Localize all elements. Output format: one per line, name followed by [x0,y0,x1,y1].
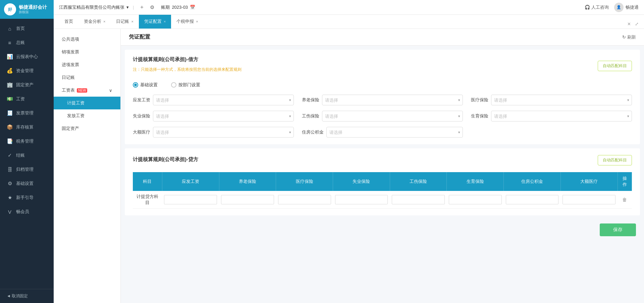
sidebar-item-label: 归档管理 [16,166,34,172]
row-label: 计提贷方科目 [133,191,162,209]
service-button[interactable]: 🎧 人工咨询 [585,4,609,10]
medical-select[interactable]: 请选择 [491,95,632,105]
company-selector[interactable]: 江西服宝精品有限责任公司内账张 ▾ [59,4,129,10]
user-menu[interactable]: 👤 畅捷通 [614,3,639,12]
tab-tax[interactable]: 个税申报 × [171,15,203,29]
housing-select[interactable]: 请选择 [326,127,463,138]
radio-dept[interactable]: 按部门设置 [171,82,200,88]
tab-tax-close[interactable]: × [196,19,198,23]
radio-basic-label: 基础设置 [140,82,158,88]
sidebar-item-label: 畅会员 [16,209,29,215]
radio-basic[interactable]: 基础设置 [133,82,158,88]
company-name: 江西服宝精品有限责任公司内账张 [59,4,124,10]
left-nav-sales[interactable]: 销项发票 [54,46,120,58]
refresh-button[interactable]: ↻ 刷新 [622,34,636,40]
left-nav-purchase[interactable]: 进项发票 [54,58,120,71]
sidebar-item-inventory[interactable]: 📦 库存核算 [0,120,54,134]
maternity-select[interactable]: 请选择 [491,111,632,121]
expand-icon[interactable]: ⤢ [635,21,639,27]
left-nav-fixed-assets[interactable]: 固定资产 [54,122,120,135]
wages-select[interactable]: 请选择 [153,95,294,105]
add-company-button[interactable]: ＋ [138,4,146,11]
member-icon: V [7,209,13,215]
credit-auto-match-button[interactable]: 自动匹配科目 [598,155,632,165]
sidebar-item-guide[interactable]: ★ 新手引导 [0,191,54,205]
pension-label: 养老保险 [302,97,319,103]
delete-row-button[interactable]: 🗑 [622,197,627,202]
tab-journal-label: 日记账 [116,18,129,24]
cell-wages-input[interactable] [164,195,217,204]
guide-icon: ★ [7,195,13,201]
sidebar: 好 畅捷通好会计 旗舰版 ⌂ 首页 ≡ 总账 📊 云报表中心 💰 资金管理 🏢 … [0,0,54,303]
tab-journal-close[interactable]: × [131,19,133,23]
injury-select[interactable]: 请选择 [322,111,463,121]
table-header-row: 科目 应发工资 养老保险 医疗保险 失业保险 工伤保险 生育保险 住房公积金 大… [133,172,632,191]
sidebar-item-tax[interactable]: 📑 税务管理 [0,134,54,148]
logo-text: 畅捷通好会计 [19,4,47,10]
unemployment-select[interactable]: 请选择 [153,111,294,121]
sidebar-item-label: 云报表中心 [16,54,38,60]
invoice-icon: 🧾 [7,110,13,116]
cell-injury-input[interactable] [392,195,445,204]
cancel-pin-button[interactable]: ◄ 取消固定 [0,289,54,303]
sidebar-item-label: 首页 [16,26,25,32]
tab-voucher[interactable]: 凭证配置 × [139,15,171,29]
sidebar-item-settings[interactable]: ⚙ 基础设置 [0,176,54,191]
cell-housing [504,191,561,209]
tab-home-label: 首页 [64,18,73,24]
left-nav-journal[interactable]: 日记账 [54,71,120,84]
logo-subtext: 旗舰版 [19,10,47,14]
left-nav-payroll[interactable]: 计提工资 [54,97,120,109]
col-pension: 养老保险 [219,172,276,191]
sidebar-item-invoice[interactable]: 🧾 发票管理 [0,106,54,120]
sidebar-item-home[interactable]: ⌂ 首页 [0,21,54,36]
sidebar-item-closing[interactable]: ✓ 结账 [0,148,54,162]
sidebar-item-funds[interactable]: 💰 资金管理 [0,64,54,78]
tab-funds[interactable]: 资金分析 × [78,15,111,29]
debit-section-header: 计提核算规则(公司承担)-借方 注：只能选择一种方式，系统将按照您当前的选择来配… [133,56,632,78]
sidebar-item-label: 基础设置 [16,181,34,187]
left-nav-fixed-assets-label: 固定资产 [62,125,79,132]
left-nav: 公共选项 销项发票 进项发票 日记账 工资表 NEW ∨ 计提工资 [54,29,121,303]
cell-wages [162,191,219,209]
home-icon: ⌂ [7,26,13,32]
tab-funds-close[interactable]: × [103,19,105,23]
settings-icon: ⚙ [7,181,13,187]
left-nav-public[interactable]: 公共选项 [54,33,120,46]
big-medical-select-wrapper: 请选择 ▾ [153,127,294,138]
left-nav-pay-salary[interactable]: 发放工资 [54,109,120,122]
period-selector[interactable]: 账期 2023-03 📅 [161,4,195,10]
col-wages: 应发工资 [162,172,219,191]
sidebar-item-member[interactable]: V 畅会员 [0,205,54,219]
calendar-icon: 📅 [190,5,195,10]
pension-select[interactable]: 请选择 [322,95,463,105]
left-nav-salary-group[interactable]: 工资表 NEW ∨ [54,84,120,97]
cell-housing-input[interactable] [506,195,559,204]
sidebar-item-assets[interactable]: 🏢 固定资产 [0,78,54,92]
topbar-settings-icon[interactable]: ⚙ [150,4,154,10]
save-button[interactable]: 保存 [600,223,636,236]
topbar: 江西服宝精品有限责任公司内账张 ▾ | ＋ ⚙ 账期 2023-03 📅 🎧 人… [54,0,644,15]
cell-pension [219,191,276,209]
cell-big-medical-input[interactable] [562,195,615,204]
avatar: 👤 [614,3,624,12]
cell-unemployment-input[interactable] [335,195,388,204]
col-big-medical: 大额医疗 [560,172,618,191]
cell-pension-input[interactable] [221,195,274,204]
sidebar-item-general[interactable]: ≡ 总账 [0,36,54,50]
tab-journal[interactable]: 日记账 × [111,15,139,29]
sidebar-item-reports[interactable]: 📊 云报表中心 [0,50,54,64]
sidebar-item-salary[interactable]: 💵 工资 [0,92,54,106]
close-all-icon[interactable]: ✕ [627,21,631,27]
refresh-icon: ↻ [622,35,626,40]
big-medical-select[interactable]: 请选择 [153,127,294,138]
tab-home[interactable]: 首页 [59,15,78,29]
tab-voucher-close[interactable]: × [164,19,166,23]
cell-medical-input[interactable] [278,195,331,204]
cell-maternity-input[interactable] [449,195,502,204]
sidebar-item-label: 工资 [16,96,25,102]
debit-auto-match-button[interactable]: 自动匹配科目 [598,61,632,71]
sidebar-item-archive[interactable]: 🗄 归档管理 [0,162,54,176]
radio-basic-circle [133,82,138,88]
col-subject: 科目 [133,172,162,191]
